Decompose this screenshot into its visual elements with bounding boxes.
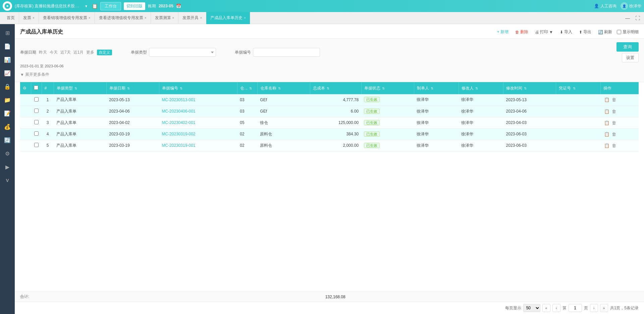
th-warehouse-name[interactable]: 仓库名称 ⇅ bbox=[257, 82, 310, 94]
tab-invoice-close[interactable]: × bbox=[33, 16, 35, 20]
sidebar-item-archive[interactable]: 📁 bbox=[1, 94, 13, 106]
bill-no-link-3[interactable]: MC-20230319-002 bbox=[162, 132, 195, 136]
th-bill-status[interactable]: 单据状态 ⇅ bbox=[361, 82, 414, 94]
export-button[interactable]: ⬆ 导出 bbox=[577, 28, 593, 36]
th-warehouse-no[interactable]: 仓... ⇅ bbox=[237, 82, 257, 94]
bill-no-link-2[interactable]: MC-20230402-001 bbox=[162, 120, 195, 125]
row-checkbox-0[interactable] bbox=[34, 97, 39, 102]
row-bill-no-3[interactable]: MC-20230319-002 bbox=[159, 128, 237, 140]
th-creator[interactable]: 制单人 ⇅ bbox=[414, 82, 459, 94]
row-check-0[interactable] bbox=[31, 94, 42, 106]
sidebar-item-tax[interactable]: 💰 bbox=[1, 121, 13, 133]
row-check-3[interactable] bbox=[31, 128, 42, 140]
row-bill-no-0[interactable]: MC-20230513-001 bbox=[159, 94, 237, 106]
expand-more-button[interactable]: ▼ 展开更多条件 bbox=[20, 71, 639, 78]
company-dropdown-icon[interactable]: ▼ bbox=[85, 4, 88, 8]
th-bill-type[interactable]: 单据类型 ⇅ bbox=[54, 82, 106, 94]
th-voucher-no[interactable]: 凭证号 ⇅ bbox=[556, 82, 601, 94]
calendar-icon[interactable]: 📅 bbox=[176, 4, 181, 8]
page-number-input[interactable] bbox=[569, 304, 582, 312]
bill-no-link-0[interactable]: MC-20230513-001 bbox=[162, 98, 195, 102]
date-custom-badge[interactable]: 自定义 bbox=[97, 50, 112, 55]
tab-invoice-calc-close[interactable]: × bbox=[172, 16, 174, 20]
th-total-cost[interactable]: 总成本 ⇅ bbox=[310, 82, 362, 94]
row-edit-icon-0[interactable]: 📋 bbox=[604, 97, 609, 102]
row-check-1[interactable] bbox=[31, 106, 42, 117]
tab-invoice-calc[interactable]: 发票测算 × bbox=[151, 12, 179, 24]
tab-invoice-open-close[interactable]: × bbox=[200, 16, 202, 20]
shortcut-today[interactable]: 今天 bbox=[49, 49, 58, 56]
row-checkbox-1[interactable] bbox=[34, 109, 39, 113]
row-delete-icon-1[interactable]: 🗑 bbox=[612, 109, 616, 114]
row-checkbox-4[interactable] bbox=[34, 143, 39, 147]
sidebar-item-analysis[interactable]: 📈 bbox=[1, 67, 13, 79]
show-detail-checkbox[interactable] bbox=[617, 30, 621, 34]
th-check[interactable] bbox=[31, 82, 42, 94]
select-all-checkbox[interactable] bbox=[34, 85, 38, 90]
shortcut-yesterday[interactable]: 昨天 bbox=[38, 49, 48, 56]
column-settings-icon[interactable]: ⚙ bbox=[23, 86, 26, 90]
row-edit-icon-3[interactable]: 📋 bbox=[604, 132, 609, 137]
per-page-select[interactable]: 50 100 200 bbox=[523, 304, 540, 312]
row-edit-icon-2[interactable]: 📋 bbox=[604, 120, 609, 125]
sidebar-item-voucher[interactable]: 📝 bbox=[1, 107, 13, 119]
row-edit-icon-4[interactable]: 📋 bbox=[604, 143, 609, 148]
row-check-2[interactable] bbox=[31, 117, 42, 128]
row-checkbox-3[interactable] bbox=[34, 131, 39, 136]
tab-purchase-vat-close[interactable]: × bbox=[145, 16, 147, 20]
prev-page-button[interactable]: ‹ bbox=[552, 304, 560, 312]
first-page-button[interactable]: « bbox=[542, 304, 550, 312]
tab-maximize-button[interactable]: ⛶ bbox=[634, 15, 641, 21]
row-delete-icon-4[interactable]: 🗑 bbox=[612, 143, 616, 148]
query-button[interactable]: 查询 bbox=[616, 42, 639, 52]
row-bill-no-1[interactable]: MC-20230406-001 bbox=[159, 106, 237, 117]
row-delete-icon-2[interactable]: 🗑 bbox=[612, 120, 616, 125]
tab-invoice[interactable]: 发票 × bbox=[19, 12, 39, 24]
last-page-button[interactable]: » bbox=[600, 304, 608, 312]
show-detail-toggle[interactable]: 显示明细 bbox=[617, 29, 639, 35]
tab-home[interactable]: 首页 bbox=[3, 12, 19, 24]
shortcut-1month[interactable]: 近1月 bbox=[73, 49, 85, 56]
user-profile[interactable]: 👤 徐泽华 bbox=[621, 2, 641, 10]
next-page-button[interactable]: › bbox=[590, 304, 598, 312]
th-bill-date[interactable]: 单据日期 ⇅ bbox=[106, 82, 159, 94]
delete-button[interactable]: 🗑 删除 bbox=[513, 28, 530, 36]
bill-type-select[interactable] bbox=[149, 48, 216, 57]
sidebar-item-home[interactable]: ⊞ bbox=[1, 27, 13, 39]
th-modifier[interactable]: 修改人 ⇅ bbox=[459, 82, 503, 94]
tab-product-inbound[interactable]: 产成品入库单历史 × bbox=[206, 12, 250, 24]
tab-sales-vat-close[interactable]: × bbox=[89, 16, 91, 20]
row-delete-icon-3[interactable]: 🗑 bbox=[612, 132, 616, 137]
row-check-4[interactable] bbox=[31, 140, 42, 151]
bill-no-link-4[interactable]: MC-20230319-001 bbox=[162, 143, 195, 148]
print-button[interactable]: 🖨 打印 ▼ bbox=[533, 28, 555, 36]
bill-no-link-1[interactable]: MC-20230406-001 bbox=[162, 109, 195, 114]
sidebar-item-version[interactable]: V bbox=[1, 174, 13, 186]
row-checkbox-2[interactable] bbox=[34, 120, 39, 124]
new-button[interactable]: + 新增 bbox=[495, 28, 511, 36]
sidebar-item-lock[interactable]: 🔒 bbox=[1, 80, 13, 92]
th-bill-no[interactable]: 单据编号 ⇅ bbox=[159, 82, 237, 94]
setting-button[interactable]: 设置 bbox=[622, 53, 639, 62]
row-delete-icon-0[interactable]: 🗑 bbox=[612, 97, 616, 102]
bill-no-input[interactable] bbox=[253, 48, 320, 57]
tab-purchase-vat[interactable]: 查看进项增值税专用发票 × bbox=[95, 12, 151, 24]
th-modify-time[interactable]: 修改时间 ⇅ bbox=[503, 82, 556, 94]
sidebar-item-settings[interactable]: ⚙ bbox=[1, 147, 13, 160]
sidebar-item-doc[interactable]: 📄 bbox=[1, 40, 13, 52]
refresh-button[interactable]: 🔄 刷新 bbox=[596, 28, 614, 36]
user-service[interactable]: 👤 人工咨询 bbox=[594, 3, 616, 9]
tab-sales-vat[interactable]: 查看销项增值税专用发票 × bbox=[39, 12, 95, 24]
tab-minimize-button[interactable]: — bbox=[624, 15, 631, 21]
tab-invoice-open[interactable]: 发票开具 × bbox=[178, 12, 206, 24]
sidebar-item-report[interactable]: 📊 bbox=[1, 54, 13, 66]
row-bill-no-4[interactable]: MC-20230319-001 bbox=[159, 140, 237, 151]
shortcut-7days[interactable]: 近7天 bbox=[60, 49, 71, 56]
import-button[interactable]: ⬇ 导入 bbox=[558, 28, 574, 36]
th-settings[interactable]: ⚙ bbox=[20, 82, 31, 94]
workbench-button[interactable]: 工作台 bbox=[100, 2, 121, 10]
switch-version-button[interactable]: 切到旧版 bbox=[124, 2, 145, 10]
row-bill-no-2[interactable]: MC-20230402-001 bbox=[159, 117, 237, 128]
sidebar-item-player[interactable]: ▶ bbox=[1, 161, 13, 173]
sidebar-item-collect[interactable]: 🔄 bbox=[1, 134, 13, 146]
